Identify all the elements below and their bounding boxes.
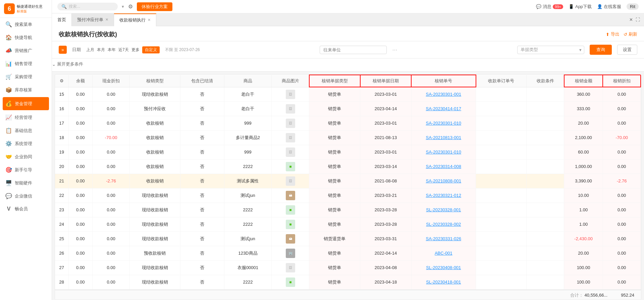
member-icon: V	[5, 206, 12, 212]
sidebar-item-system[interactable]: ⚙️ 系统管理	[0, 137, 52, 150]
app-download[interactable]: 📱 App下载	[569, 4, 592, 10]
include-settled-cell: 否	[180, 260, 224, 275]
gear-settings-icon[interactable]: ⚙	[128, 3, 133, 10]
offset-bill-no-cell[interactable]: SL-20230328-002	[411, 217, 476, 231]
offset-amount-cell: 1,000.00	[564, 159, 603, 174]
tab-receipt-offset-close-icon[interactable]: ✕	[148, 18, 151, 22]
tab-prepay[interactable]: 预付冲应付单 ✕	[72, 13, 114, 26]
tab-home[interactable]: 首页	[52, 13, 72, 26]
date-opt-7days[interactable]: 近7天	[118, 47, 129, 53]
sidebar-item-quick-nav[interactable]: 🏠 快捷导航	[0, 31, 52, 44]
data-table-container[interactable]: ⚙ 余额 现金折扣 核销类型 包含已结清 商品 商品图片 核销单据类型 核销单据…	[55, 74, 641, 300]
offset-bill-no-cell[interactable]: SA-20210813-001	[411, 130, 476, 145]
close-window-icon[interactable]: ✕	[629, 17, 633, 22]
receipt-cond-cell	[527, 130, 564, 145]
tab-receipt-offset-label: 收款核销执行	[119, 17, 146, 23]
tab-prepay-label: 预付冲应付单	[77, 17, 103, 23]
sidebar-item-smart-hw[interactable]: 🖥️ 智能硬件	[0, 176, 52, 189]
balance-cell: 0.00	[68, 260, 93, 275]
sidebar-item-inventory[interactable]: 📦 库存核算	[0, 83, 52, 96]
counterpart-dots[interactable]: ···	[392, 46, 397, 53]
offset-bill-no-cell[interactable]: SL-20230418-001	[411, 275, 476, 289]
filter-expand-button[interactable]: »	[59, 46, 67, 54]
sidebar-item-guide[interactable]: 🎯 新手引导	[0, 163, 52, 176]
balance-cell: 0.00	[68, 231, 93, 246]
include-settled-cell: 否	[180, 217, 224, 231]
export-button[interactable]: ⬆ 导出	[606, 31, 620, 37]
sidebar-item-purchase[interactable]: 🛒 采购管理	[0, 70, 52, 83]
offset-bill-no-cell[interactable]: SA-20230321-012	[411, 188, 476, 203]
box-icon: 📦	[5, 87, 12, 93]
sidebar-item-label: 采购管理	[15, 74, 32, 80]
table-row: 160.000.00预付冲应收否老白干🖼销货单2023-04-14SA-2023…	[55, 101, 641, 116]
col-offset-bill-type: 核销单据类型	[309, 75, 360, 87]
sidebar-item-basic-info[interactable]: 📋 基础信息	[0, 124, 52, 137]
offset-discount-cell: 0.00	[603, 188, 641, 203]
footer-total-amount-label: 合计：	[570, 293, 583, 298]
message-area[interactable]: 💬 消息 99+	[536, 4, 563, 10]
balance-cell: 0.00	[68, 246, 93, 260]
sidebar-item-sales[interactable]: 📊 销售管理	[0, 57, 52, 70]
cash-discount-cell: 0.00	[93, 217, 130, 231]
query-button[interactable]: 查询	[590, 45, 612, 55]
offset-bill-no-cell[interactable]: SA-20230301-001	[411, 87, 476, 101]
expand-more-button[interactable]: ⌄ 展开更多条件	[52, 61, 644, 67]
offset-type-cell: 收款核销	[130, 130, 180, 145]
topbar-search-box[interactable]: 🔍 搜索...	[57, 3, 118, 10]
tab-prepay-close-icon[interactable]: ✕	[105, 17, 108, 22]
tab-receipt-offset[interactable]: 收款核销执行 ✕	[114, 13, 156, 26]
logo-sub: 标准版	[17, 9, 43, 14]
refresh-button[interactable]: ↺ 刷新	[624, 31, 637, 37]
balance-cell: 0.00	[68, 275, 93, 289]
include-settled-cell: 否	[180, 116, 224, 130]
cash-discount-cell: 0.00	[93, 101, 130, 116]
chevron-down-icon: ⌄	[52, 62, 56, 67]
sidebar-item-capital[interactable]: 💰 资金管理	[3, 97, 49, 110]
col-settings[interactable]: ⚙	[55, 75, 68, 87]
offset-bill-no-cell[interactable]: SA-20230414-017	[411, 101, 476, 116]
balance-cell: 0.00	[68, 130, 93, 145]
page-header: 收款核销执行(按收款) ⬆ 导出 ↺ 刷新	[52, 26, 644, 41]
offset-bill-no-cell[interactable]: SA-20230314-008	[411, 159, 476, 174]
sidebar-item-enterprise[interactable]: 🤝 企业协同	[0, 150, 52, 163]
offset-bill-no-cell[interactable]: ABC-001	[411, 246, 476, 260]
offset-bill-no-cell[interactable]: SA-20230301-010	[411, 116, 476, 130]
offset-discount-cell: 0.00	[603, 217, 641, 231]
date-opt-this-month[interactable]: 本月	[97, 47, 105, 53]
goods-cell: 测试jun	[224, 188, 272, 203]
chart-icon: 📊	[5, 60, 12, 67]
receipt-type-select[interactable]	[517, 46, 584, 54]
receipt-order-no-cell	[476, 159, 527, 174]
chevron-down-icon[interactable]: ▾	[122, 4, 124, 9]
maximize-icon[interactable]: ⛶	[636, 17, 640, 22]
sidebar-item-marketing[interactable]: 📣 营销推广	[0, 44, 52, 57]
sidebar-item-search-menu[interactable]: 🔍 搜索菜单	[0, 18, 52, 31]
sidebar-item-operation[interactable]: 📈 经营管理	[0, 111, 52, 124]
user-avatar[interactable]: Rit	[627, 3, 639, 10]
receipt-cond-cell	[527, 203, 564, 217]
receipt-order-no-cell	[476, 101, 527, 116]
counterpart-input[interactable]	[320, 46, 387, 54]
date-opt-prev-month[interactable]: 上月	[86, 47, 94, 53]
receipt-cond-cell	[527, 145, 564, 159]
date-opt-custom[interactable]: 自定义	[142, 46, 160, 53]
industry-solution-button[interactable]: 休验行业方案	[137, 2, 172, 11]
col-goods: 商品	[224, 75, 272, 87]
offset-bill-no-cell[interactable]: SL-20230328-001	[411, 203, 476, 217]
sidebar-item-member[interactable]: V 畅会员	[0, 203, 52, 215]
sidebar-item-wechat[interactable]: 💬 企业微信	[0, 189, 52, 203]
offset-type-cell: 现结收款核销	[130, 275, 180, 289]
goods-img-cell: ■	[272, 159, 309, 174]
settings-button[interactable]: 设置	[617, 45, 637, 55]
settings-icon[interactable]: ⚙	[60, 78, 64, 83]
date-opt-this-year[interactable]: 本年	[108, 47, 116, 53]
cart-icon: 🛒	[5, 74, 12, 80]
offset-bill-type-cell: 销货单	[309, 116, 360, 130]
offset-bill-no-cell[interactable]: SL-20230408-001	[411, 260, 476, 275]
offset-bill-no-cell[interactable]: SA-20210808-001	[411, 174, 476, 188]
offset-bill-type-cell: 销货单	[309, 159, 360, 174]
date-opt-more[interactable]: 更多	[131, 47, 140, 53]
online-service[interactable]: 👤 在线客服	[597, 4, 621, 10]
offset-bill-no-cell[interactable]: SA-20230331-026	[411, 231, 476, 246]
offset-bill-no-cell[interactable]: SA-20230301-010	[411, 145, 476, 159]
